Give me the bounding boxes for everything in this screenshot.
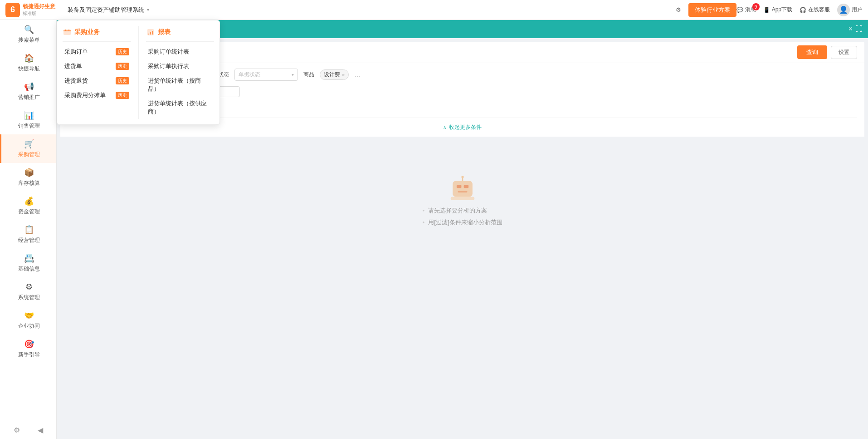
sidebar-settings-btn[interactable]: ⚙ [14, 426, 20, 434]
app-download-label: App下载 [772, 6, 792, 14]
menu-item-purchase-order-stats[interactable]: 采购订单统计表 [146, 44, 215, 59]
sidebar-quick-nav-label: 快捷导航 [18, 65, 40, 73]
collapse-label: 收起更多条件 [449, 123, 482, 131]
menu-divider [138, 26, 139, 119]
sidebar-item-operations[interactable]: 📋 经营管理 [0, 220, 56, 249]
sidebar-item-system[interactable]: ⚙ 系统管理 [0, 277, 56, 306]
experience-button[interactable]: 体验行业方案 [688, 3, 736, 17]
settings-button[interactable]: 设置 [831, 46, 857, 59]
top-bar: 6 畅捷通好生意 标准版 装备及固定资产辅助管理系统 ▾ ⚙ 体验行业方案 💬 … [0, 0, 868, 20]
phone-icon: 📱 [763, 7, 770, 13]
goods-filter-dots[interactable]: ... [354, 71, 360, 79]
finance-icon: 💰 [24, 196, 34, 206]
logo-text: 畅捷通好生意 标准版 [23, 3, 55, 16]
incoming-history-badge: 历史 [116, 63, 129, 70]
sidebar-sales-label: 销售管理 [18, 122, 40, 130]
title-dropdown-arrow[interactable]: ▾ [147, 7, 149, 12]
sidebar-marketing-label: 营销推广 [18, 94, 40, 101]
report-section-title: 报表 [146, 26, 215, 42]
incoming-label: 进货单 [64, 62, 112, 70]
marketing-icon: 📢 [24, 82, 34, 92]
sidebar-item-inventory[interactable]: 📦 库存核算 [0, 163, 56, 192]
doc-status-arrow: ▾ [292, 72, 294, 77]
sidebar-search-label: 搜索菜单 [18, 36, 40, 44]
menu-item-incoming-stats-goods[interactable]: 进货单统计表（按商品） [146, 74, 215, 96]
gear-button[interactable]: ⚙ [672, 4, 685, 16]
notifications-btn[interactable]: 💬 消息 9 [736, 6, 756, 14]
menu-item-incoming-stats-supplier[interactable]: 进货单统计表（按供应商） [146, 96, 215, 119]
user-label: 用户 [852, 6, 863, 14]
purchase-section-icon [63, 28, 72, 37]
menu-item-purchase-order-exec[interactable]: 采购订单执行表 [146, 59, 215, 74]
sidebar-item-enterprise[interactable]: 🤝 企业协同 [0, 306, 56, 335]
expense-alloc-label: 采购费用分摊单 [64, 91, 112, 99]
goods-filter-tag: 设计费 × [320, 69, 349, 80]
toolbar-right: 查询 设置 [797, 45, 857, 59]
system-icon: ⚙ [25, 282, 33, 292]
sidebar-item-finance[interactable]: 💰 资金管理 [0, 192, 56, 220]
base-info-icon: 📇 [24, 253, 34, 263]
sidebar-finance-label: 资金管理 [18, 208, 40, 216]
tab-close-all-btn[interactable]: × [848, 25, 853, 33]
purchase-section: 采购业务 采购订单 历史 进货单 历史 进货退货 历史 采购费用分摊单 历史 [57, 26, 137, 119]
operations-icon: 📋 [24, 225, 34, 235]
user-btn[interactable]: 👤 用户 [837, 4, 863, 16]
app-download-btn[interactable]: 📱 App下载 [763, 6, 792, 14]
sidebar-purchase-label: 采购管理 [18, 151, 40, 158]
system-title-text: 装备及固定资产辅助管理系统 [68, 6, 144, 14]
svg-rect-3 [458, 191, 467, 192]
sidebar-inventory-label: 库存核算 [18, 179, 40, 187]
incoming-stats-supplier-label: 进货单统计表（按供应商） [148, 99, 213, 116]
svg-rect-2 [463, 185, 468, 188]
return-goods-history-badge: 历史 [116, 77, 129, 84]
enterprise-icon: 🤝 [24, 311, 34, 321]
notifications-badge: 9 [752, 3, 760, 10]
empty-hint-2: 用[过滤]条件来缩小分析范围 [428, 217, 502, 228]
purchase-order-stats-label: 采购订单统计表 [148, 48, 213, 56]
sidebar-item-purchase[interactable]: 🛒 采购管理 [0, 134, 56, 163]
empty-hint-1: 请先选择要分析的方案 [428, 205, 487, 217]
menu-item-expense-alloc[interactable]: 采购费用分摊单 历史 [63, 88, 131, 103]
purchase-dropdown-menu: 采购业务 采购订单 历史 进货单 历史 进货退货 历史 采购费用分摊单 历史 [57, 20, 220, 125]
purchase-order-history-badge: 历史 [116, 48, 129, 55]
sidebar-item-base-info[interactable]: 📇 基础信息 [0, 249, 56, 277]
sidebar-item-quick-nav[interactable]: 🏠 快捷导航 [0, 49, 56, 77]
sidebar-item-search[interactable]: 🔍 搜索菜单 [0, 20, 56, 49]
sidebar-operations-label: 经营管理 [18, 237, 40, 244]
svg-rect-0 [453, 181, 473, 197]
sidebar-item-marketing[interactable]: 📢 营销推广 [0, 77, 56, 106]
online-service-label: 在线客服 [808, 6, 830, 14]
sidebar-item-sales[interactable]: 📊 销售管理 [0, 106, 56, 134]
menu-item-purchase-order[interactable]: 采购订单 历史 [63, 44, 131, 59]
sidebar: 🔍 搜索菜单 🏠 快捷导航 📢 营销推广 📊 销售管理 🛒 采购管理 📦 [0, 20, 57, 439]
doc-status-filter[interactable]: 单据状态 ▾ [234, 69, 298, 81]
sidebar-bottom: ⚙ ◀ [0, 421, 56, 439]
return-goods-label: 进货退货 [64, 77, 112, 85]
svg-rect-1 [456, 185, 461, 188]
sidebar-item-guide[interactable]: 🎯 新手引导 [0, 335, 56, 363]
empty-state-hints: 请先选择要分析的方案 用[过滤]条件来缩小分析范围 [422, 205, 502, 228]
online-service-btn[interactable]: 🎧 在线客服 [800, 6, 830, 14]
query-button[interactable]: 查询 [797, 45, 827, 59]
svg-point-6 [461, 176, 463, 178]
message-icon: 💬 [736, 7, 743, 13]
menu-item-incoming[interactable]: 进货单 历史 [63, 59, 131, 74]
doc-status-placeholder: 单据状态 [239, 71, 260, 79]
sidebar-guide-label: 新手引导 [18, 351, 40, 359]
svg-rect-4 [450, 197, 474, 200]
search-icon: 🔍 [24, 25, 34, 35]
guide-icon: 🎯 [24, 339, 34, 349]
goods-tag-close[interactable]: × [342, 72, 345, 78]
collapse-icon: ∧ [443, 125, 446, 130]
menu-item-return-goods[interactable]: 进货退货 历史 [63, 74, 131, 88]
sales-icon: 📊 [24, 110, 34, 120]
purchase-section-title: 采购业务 [63, 26, 131, 42]
tab-maximize-btn[interactable]: ⛶ [855, 25, 863, 33]
sidebar-collapse-btn[interactable]: ◀ [38, 426, 43, 434]
system-title-area: 装备及固定资产辅助管理系统 ▾ [62, 6, 672, 14]
purchase-icon: 🛒 [24, 139, 34, 149]
top-right-area: 💬 消息 9 📱 App下载 🎧 在线客服 👤 用户 [736, 4, 863, 16]
home-icon: 🏠 [24, 53, 34, 63]
purchase-section-label: 采购业务 [74, 28, 100, 36]
sidebar-enterprise-label: 企业协同 [18, 322, 40, 330]
